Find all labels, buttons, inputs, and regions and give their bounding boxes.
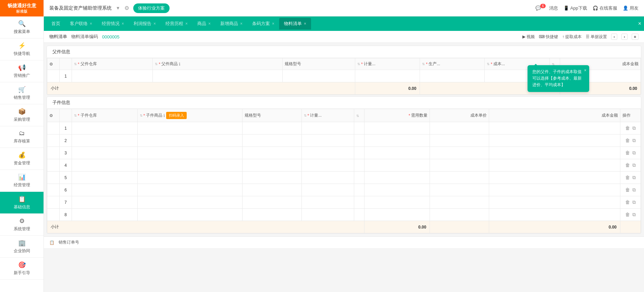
sidebar-item-quick-nav[interactable]: ⚡ 快捷导航 (0, 38, 44, 60)
copy-button[interactable]: ⧉ (632, 186, 636, 194)
tooltip-close-button[interactable]: × (584, 67, 586, 74)
close-operations-icon[interactable]: × (122, 21, 124, 26)
close-history-icon[interactable]: × (185, 21, 188, 26)
sidebar-item-inventory[interactable]: 🗂 库存核算 (0, 126, 44, 148)
child-row-unit[interactable] (301, 159, 354, 172)
copy-button[interactable]: ⧉ (632, 211, 636, 218)
close-customers-icon[interactable]: × (90, 21, 92, 26)
tab-history[interactable]: 经营历程 × (161, 18, 193, 30)
child-row-warehouse[interactable] (72, 209, 138, 221)
child-row-warehouse[interactable] (72, 147, 138, 159)
child-row-product[interactable] (137, 147, 243, 159)
child-row-spec[interactable] (243, 147, 301, 159)
delete-button[interactable]: 🗑 (624, 174, 631, 181)
delete-button[interactable]: 🗑 (624, 211, 631, 218)
child-row-unit[interactable] (301, 196, 354, 209)
sidebar-item-purchase[interactable]: 📦 采购管理 (0, 104, 44, 126)
child-row-product[interactable] (137, 196, 243, 209)
close-profit-icon[interactable]: × (153, 21, 156, 26)
child-row-spec[interactable] (243, 122, 301, 135)
child-row-quantity[interactable] (364, 196, 430, 209)
child-row-unit[interactable] (301, 209, 354, 221)
parent-row-warehouse[interactable] (72, 70, 153, 82)
video-button[interactable]: ▶ 视频 (522, 34, 535, 40)
child-row-spec[interactable] (243, 159, 301, 172)
service-item[interactable]: 🎧 在线客服 (593, 5, 617, 11)
child-row-quantity[interactable] (364, 159, 430, 172)
child-row-warehouse[interactable] (72, 122, 138, 135)
child-row-unit-cost[interactable] (430, 184, 489, 196)
parent-row-production[interactable] (420, 70, 485, 82)
tab-bom[interactable]: 物料清单 × (279, 18, 311, 30)
tab-operations[interactable]: 经营情况 × (97, 18, 129, 30)
extract-cost-button[interactable]: ↑ 提取成本 (562, 34, 582, 40)
copy-button[interactable]: ⧉ (632, 199, 636, 206)
sidebar-item-operations[interactable]: 📊 经营管理 (0, 170, 44, 192)
tab-customers[interactable]: 客户联络 × (65, 18, 97, 30)
child-row-quantity[interactable] (364, 209, 430, 221)
delete-button[interactable]: 🗑 (624, 186, 631, 193)
prev-button[interactable]: ‹ (611, 34, 617, 40)
trial-button[interactable]: 体验行业方案 (133, 3, 170, 13)
sidebar-item-search[interactable]: 🔍 搜索菜单 (0, 16, 44, 38)
sidebar-item-sales[interactable]: 🛒 销售管理 (0, 82, 44, 104)
tab-barcode[interactable]: 条码方案 × (247, 18, 279, 30)
settings-icon[interactable]: ⚙ (124, 5, 129, 11)
sidebar-item-guide[interactable]: 🎯 新手引导 (0, 258, 44, 280)
shortcut-button[interactable]: ⌨ 快捷键 (539, 34, 558, 40)
child-row-unit-cost[interactable] (430, 122, 489, 135)
child-row-unit[interactable] (301, 184, 354, 196)
child-row-unit-cost[interactable] (430, 196, 489, 209)
child-row-quantity[interactable] (364, 184, 430, 196)
delete-button[interactable]: 🗑 (624, 125, 631, 131)
sidebar-item-system[interactable]: ⚙ 系统管理 (0, 214, 44, 236)
next-button[interactable]: › (621, 34, 628, 40)
child-row-unit-cost[interactable] (430, 209, 489, 221)
child-row-unit[interactable] (301, 122, 354, 135)
delete-button[interactable]: 🗑 (624, 162, 631, 168)
parent-row-spec[interactable] (282, 70, 355, 82)
copy-button[interactable]: ⧉ (632, 162, 636, 169)
user-item[interactable]: 👤 用友 (623, 5, 639, 11)
tab-new-products[interactable]: 新增商品 × (215, 18, 247, 30)
child-row-product[interactable] (137, 135, 243, 147)
child-row-warehouse[interactable] (72, 196, 138, 209)
child-row-unit-cost[interactable] (430, 172, 489, 184)
message-item[interactable]: 💬 6 消息 (535, 5, 558, 11)
parent-row-unit[interactable] (355, 70, 420, 82)
child-row-warehouse[interactable] (72, 184, 138, 196)
copy-button[interactable]: ⧉ (632, 125, 636, 132)
delete-button[interactable]: 🗑 (624, 137, 631, 144)
child-row-warehouse[interactable] (72, 135, 138, 147)
close-bom-icon[interactable]: × (304, 21, 306, 26)
tab-home[interactable]: 首页 (47, 18, 65, 30)
parent-row-product[interactable] (153, 70, 282, 82)
child-row-unit[interactable] (301, 147, 354, 159)
child-row-spec[interactable] (243, 184, 301, 196)
copy-button[interactable]: ⧉ (632, 174, 636, 181)
gear-icon-child[interactable]: ⚙ (49, 113, 53, 118)
child-row-unit-cost[interactable] (430, 147, 489, 159)
tab-products[interactable]: 商品 × (193, 18, 215, 30)
child-row-product[interactable] (137, 209, 243, 221)
close-new-products-icon[interactable]: × (240, 21, 243, 26)
close-all-tabs-button[interactable]: × (638, 21, 641, 27)
scan-button[interactable]: 扫码录入 (166, 112, 187, 119)
child-row-quantity[interactable] (364, 147, 430, 159)
child-row-warehouse[interactable] (72, 159, 138, 172)
close-barcode-icon[interactable]: × (272, 21, 274, 26)
child-row-unit-cost[interactable] (430, 159, 489, 172)
delete-button[interactable]: 🗑 (624, 199, 631, 206)
close-products-icon[interactable]: × (208, 21, 211, 26)
child-row-product[interactable] (137, 159, 243, 172)
single-setting-button[interactable]: ☰ 单据设置 (586, 34, 607, 40)
child-row-unit-cost[interactable] (430, 135, 489, 147)
copy-button[interactable]: ⧉ (632, 149, 636, 156)
sidebar-item-basic-info[interactable]: 📋 基础信息 (0, 192, 44, 214)
child-row-product[interactable] (137, 122, 243, 135)
child-row-spec[interactable] (243, 135, 301, 147)
sidebar-item-marketing[interactable]: 📢 营销推广 (0, 60, 44, 82)
sidebar-item-finance[interactable]: 💰 资金管理 (0, 148, 44, 170)
gear-icon[interactable]: ⚙ (49, 62, 53, 67)
copy-button[interactable]: ⧉ (632, 137, 636, 144)
